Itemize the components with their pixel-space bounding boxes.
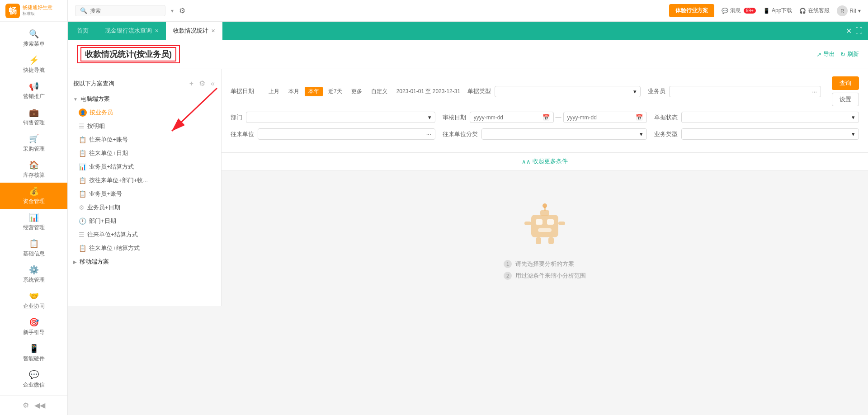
empty-tips: 1 请先选择要分析的方案 2 用过滤条件来缩小分析范围: [504, 260, 586, 280]
message-action[interactable]: 💬 消息 99+: [722, 7, 756, 14]
doc-type-select[interactable]: ▾: [495, 86, 641, 97]
tab-bar: 首页 现金银行流水查询 ✕ 收款情况统计 ✕ ✕ ⛶: [68, 22, 868, 40]
sidebar-item-hardware[interactable]: 📱 智能硬件: [0, 340, 67, 366]
search-input[interactable]: [90, 8, 160, 14]
tab-receipt[interactable]: 收款情况统计 ✕: [166, 22, 222, 40]
sidebar-item-wechat[interactable]: 💬 企业微信: [0, 366, 67, 392]
header-settings-icon[interactable]: ⚙: [179, 6, 185, 15]
scheme-label: 业务员+结算方式: [89, 163, 134, 171]
collapse-bar[interactable]: ∧∧ 收起更多条件: [222, 153, 868, 170]
svg-rect-0: [531, 215, 558, 237]
calendar-icon[interactable]: 📅: [542, 114, 550, 121]
biz-type-select[interactable]: ▾: [681, 128, 859, 140]
scheme-item-dept-date[interactable]: 🕐 部门+日期: [71, 214, 221, 228]
refresh-button[interactable]: ↻ 刷新: [840, 50, 859, 58]
message-icon: 💬: [722, 8, 728, 14]
biz-type-group: 业务类型 ▾: [654, 128, 859, 140]
date-btn-this-month[interactable]: 本月: [285, 87, 303, 96]
sidebar-item-basic[interactable]: 📋 基础信息: [0, 235, 67, 261]
partner-select[interactable]: ···: [258, 128, 435, 140]
date-btn-this-year[interactable]: 本年: [305, 87, 323, 96]
panel-add-button[interactable]: +: [189, 79, 194, 89]
doc-status-select[interactable]: ▾: [681, 112, 859, 123]
scheme-item-partner-settle[interactable]: ☰ 往来单位+结算方式: [71, 228, 221, 241]
sidebar-item-label: 采购管理: [23, 145, 45, 153]
dept-select[interactable]: ▾: [246, 112, 435, 123]
sidebar-item-finance[interactable]: 💰 资金管理: [0, 183, 67, 209]
sidebar-item-label: 企业协同: [23, 302, 45, 310]
sidebar-item-inventory[interactable]: 🏠 库存核算: [0, 156, 67, 183]
scheme-item-partner-settle2[interactable]: 📋 往来单位+结算方式: [71, 241, 221, 255]
tab-receipt-close-icon[interactable]: ✕: [211, 28, 215, 34]
review-date-end-input[interactable]: 📅: [563, 112, 647, 123]
date-btn-more[interactable]: 更多: [348, 87, 366, 96]
calendar-icon[interactable]: 📅: [636, 114, 643, 121]
tab-home[interactable]: 首页: [68, 22, 98, 40]
sidebar-item-sales[interactable]: 💼 销售管理: [0, 104, 67, 130]
sidebar-item-label: 快捷导航: [23, 66, 45, 74]
date-btn-7days[interactable]: 近7天: [325, 87, 346, 96]
collapse-button[interactable]: ∧∧ 收起更多条件: [522, 157, 568, 165]
sidebar-item-search[interactable]: 🔍 搜索菜单: [0, 25, 67, 52]
header-search-box[interactable]: 🔍: [75, 5, 165, 16]
trial-button[interactable]: 体验行业方案: [669, 4, 714, 17]
footer-settings-icon[interactable]: ⚙: [23, 401, 29, 410]
desktop-scheme-parent[interactable]: ▼ 电脑端方案: [68, 92, 221, 106]
scheme-item-salesman-date[interactable]: ⚙ 业务员+日期: [71, 201, 221, 214]
date-btn-custom[interactable]: 自定义: [368, 87, 391, 96]
user-menu[interactable]: R Rit ▾: [837, 5, 861, 16]
panel-settings-button[interactable]: ⚙: [198, 78, 206, 89]
search-dropdown-icon[interactable]: ▾: [171, 8, 174, 14]
chevron-down-icon: ▾: [640, 131, 643, 137]
review-date-start-input[interactable]: 📅: [470, 112, 554, 123]
scheme-item-salesman-account[interactable]: 📋 业务员+账号: [71, 187, 221, 201]
tab-bank[interactable]: 现金银行流水查询 ✕: [98, 22, 166, 40]
date-selector: 上月 本月 本年 近7天 更多 自定义 2023-01-01 至 2023-12…: [265, 87, 460, 96]
panel-collapse-button[interactable]: «: [210, 79, 216, 89]
online-service-action[interactable]: 🎧 在线客服: [799, 7, 830, 14]
marketing-icon: 📢: [29, 81, 39, 91]
finance-icon: 💰: [29, 186, 39, 196]
sidebar-item-label: 营销推广: [23, 93, 45, 100]
sidebar-item-newguide[interactable]: 🎯 新手引导: [0, 314, 67, 340]
item-icon: 📋: [79, 177, 86, 184]
user-name: Rit: [849, 8, 856, 14]
scheme-item-partner-dept[interactable]: 📋 按往来单位+部门+收...: [71, 174, 221, 187]
sidebar-item-enterprise[interactable]: 🤝 企业协同: [0, 288, 67, 314]
scheme-item-partner-account[interactable]: 📋 往来单位+账号: [71, 133, 221, 146]
sidebar-item-management[interactable]: 📊 经营管理: [0, 209, 67, 235]
sidebar-item-label: 库存核算: [23, 171, 45, 179]
date-btn-last-month[interactable]: 上月: [265, 87, 283, 96]
tab-bank-close-icon[interactable]: ✕: [155, 28, 159, 34]
app-icon: 📱: [763, 8, 770, 14]
export-button[interactable]: ↗ 导出: [816, 50, 835, 58]
scheme-item-by-salesman[interactable]: 👤 按业务员: [71, 106, 221, 119]
user-avatar: R: [837, 5, 848, 16]
user-chevron-icon: ▾: [858, 8, 861, 14]
footer-collapse-icon[interactable]: ◀◀: [34, 401, 45, 410]
scheme-item-partner-date[interactable]: 📋 往来单位+日期: [71, 146, 221, 160]
partner-cat-select[interactable]: ▾: [481, 128, 647, 140]
app-download-action[interactable]: 📱 App下载: [763, 7, 792, 14]
mobile-scheme-parent[interactable]: ▶ 移动端方案: [68, 255, 221, 269]
dept-label: 部门: [231, 113, 242, 122]
review-date-end-field[interactable]: [567, 114, 634, 121]
search-icon: 🔍: [29, 29, 39, 39]
review-date-start-field[interactable]: [474, 114, 541, 121]
item-icon: 📋: [79, 190, 86, 198]
inventory-icon: 🏠: [29, 160, 39, 170]
scheme-item-by-detail[interactable]: ☰ 按明细: [71, 119, 221, 133]
sidebar-item-purchase[interactable]: 🛒 采购管理: [0, 130, 67, 156]
sidebar-item-marketing[interactable]: 📢 营销推广: [0, 78, 67, 104]
arrow-right-icon: ▶: [73, 259, 77, 264]
settings-button[interactable]: 设置: [832, 93, 859, 106]
sidebar-item-system[interactable]: ⚙️ 系统管理: [0, 261, 67, 288]
scheme-item-salesman-settle[interactable]: 📊 业务员+结算方式: [71, 160, 221, 174]
tab-fullscreen-icon[interactable]: ⛶: [855, 27, 863, 35]
sidebar-item-quicknav[interactable]: ⚡ 快捷导航: [0, 52, 67, 78]
tab-close-all-icon[interactable]: ✕: [846, 27, 852, 35]
tab-receipt-label: 收款情况统计: [173, 27, 208, 35]
salesman-select[interactable]: ···: [669, 86, 821, 97]
scheme-label: 往来单位+账号: [89, 136, 128, 144]
query-button[interactable]: 查询: [832, 76, 859, 90]
